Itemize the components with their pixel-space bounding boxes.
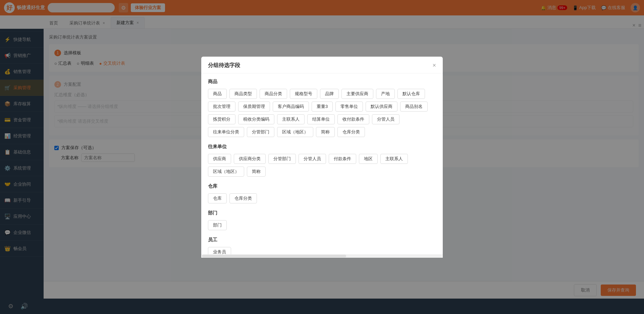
modal-title: 分组待选字段: [208, 62, 240, 69]
field-tag[interactable]: 仓库: [208, 193, 227, 203]
modal-body[interactable]: 商品商品商品类型商品分类规格型号品牌主要供应商产地默认仓库批次管理保质期管理客户…: [201, 73, 443, 254]
field-tag[interactable]: 分管人员: [372, 114, 399, 124]
field-tag[interactable]: 地区: [359, 154, 378, 164]
modal-scrollbar-bottom: [201, 254, 443, 258]
field-tag[interactable]: 分管部门: [268, 154, 296, 164]
modal-overlay: 分组待选字段 × 商品商品商品类型商品分类规格型号品牌主要供应商产地默认仓库批次…: [0, 0, 644, 314]
field-tag[interactable]: 区域（地区）: [277, 127, 313, 137]
field-tag[interactable]: 产地: [376, 89, 395, 99]
modal-section-warehouse: 仓库仓库仓库分类: [208, 183, 436, 203]
field-tag[interactable]: 主联系人: [277, 114, 305, 124]
field-tag[interactable]: 简称: [247, 167, 266, 177]
field-tags-warehouse: 仓库仓库分类: [208, 193, 436, 203]
field-tag[interactable]: 往来单位分类: [208, 127, 244, 137]
field-tag[interactable]: 供应商: [208, 154, 231, 164]
field-tag[interactable]: 收付款条件: [337, 114, 369, 124]
field-tag[interactable]: 税收分类编码: [238, 114, 274, 124]
modal-section-department: 部门部门: [208, 210, 436, 230]
field-tag[interactable]: 规格型号: [290, 89, 317, 99]
field-tags-partner: 供应商供应商分类分管部门分管人员付款条件地区主联系人区域（地区）简称: [208, 154, 436, 177]
field-tag[interactable]: 简称: [316, 127, 335, 137]
section-title-partner: 往来单位: [208, 144, 436, 150]
field-tag[interactable]: 供应商分类: [234, 154, 266, 164]
modal-section-goods: 商品商品商品类型商品分类规格型号品牌主要供应商产地默认仓库批次管理保质期管理客户…: [208, 79, 436, 137]
field-tag[interactable]: 区域（地区）: [208, 167, 244, 177]
field-tag[interactable]: 分管部门: [247, 127, 274, 137]
field-tag[interactable]: 客户商品编码: [273, 102, 309, 112]
field-tag[interactable]: 仓库分类: [229, 193, 257, 203]
field-tag[interactable]: 付款条件: [329, 154, 356, 164]
field-tags-department: 部门: [208, 220, 436, 230]
section-title-department: 部门: [208, 210, 436, 216]
field-tag[interactable]: 结算单位: [307, 114, 335, 124]
field-tag[interactable]: 默认仓库: [397, 89, 425, 99]
field-tag[interactable]: 业务员: [208, 247, 231, 254]
modal-dialog: 分组待选字段 × 商品商品商品类型商品分类规格型号品牌主要供应商产地默认仓库批次…: [201, 57, 443, 258]
section-title-goods: 商品: [208, 79, 436, 85]
field-tag[interactable]: 仓库分类: [337, 127, 365, 137]
modal-section-employee: 员工业务员: [208, 237, 436, 254]
field-tags-employee: 业务员: [208, 247, 436, 254]
modal-section-partner: 往来单位供应商供应商分类分管部门分管人员付款条件地区主联系人区域（地区）简称: [208, 144, 436, 177]
field-tag[interactable]: 商品分类: [260, 89, 287, 99]
modal-header: 分组待选字段 ×: [201, 57, 443, 73]
field-tag[interactable]: 品牌: [320, 89, 339, 99]
field-tag[interactable]: 默认供应商: [366, 102, 397, 112]
field-tag[interactable]: 分管人员: [299, 154, 326, 164]
field-tag[interactable]: 保质期管理: [238, 102, 270, 112]
field-tags-goods: 商品商品类型商品分类规格型号品牌主要供应商产地默认仓库批次管理保质期管理客户商品…: [208, 89, 436, 137]
section-title-employee: 员工: [208, 237, 436, 243]
field-tag[interactable]: 商品别名: [400, 102, 428, 112]
field-tag[interactable]: 商品: [208, 89, 227, 99]
modal-close-button[interactable]: ×: [432, 62, 436, 69]
field-tag[interactable]: 商品类型: [229, 89, 257, 99]
field-tag[interactable]: 零售单位: [335, 102, 363, 112]
section-title-warehouse: 仓库: [208, 183, 436, 189]
field-tag[interactable]: 拣货积分: [208, 114, 235, 124]
field-tag[interactable]: 主要供应商: [341, 89, 373, 99]
field-tag[interactable]: 重量3: [312, 102, 333, 112]
field-tag[interactable]: 主联系人: [380, 154, 408, 164]
field-tag[interactable]: 部门: [208, 220, 227, 230]
field-tag[interactable]: 批次管理: [208, 102, 235, 112]
